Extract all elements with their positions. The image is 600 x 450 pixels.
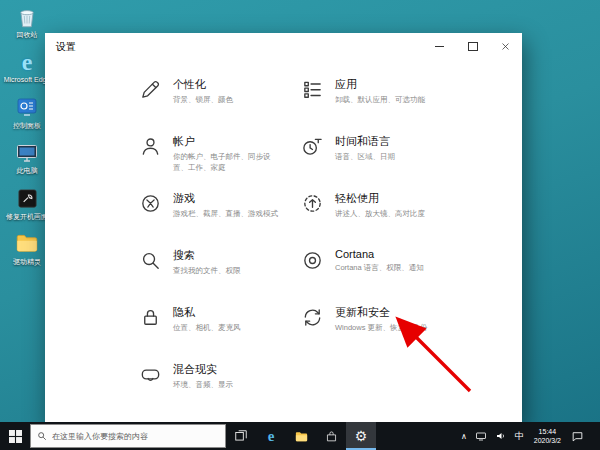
category-title: 应用 xyxy=(335,77,447,92)
task-view-icon xyxy=(234,429,248,443)
window-title: 设置 xyxy=(56,40,76,54)
update-sync-icon xyxy=(301,306,324,329)
this-pc-icon xyxy=(14,139,41,166)
window-controls xyxy=(423,33,522,60)
maximize-button[interactable] xyxy=(456,33,489,60)
task-view-button[interactable] xyxy=(226,422,256,450)
category-subtitle: 游戏栏、截屏、直播、游戏模式 xyxy=(173,209,285,220)
category-title: 搜索 xyxy=(173,248,285,263)
search-icon xyxy=(139,249,162,272)
close-button[interactable] xyxy=(489,33,522,60)
edge-icon: e xyxy=(14,48,41,75)
personalization-pen-icon xyxy=(139,78,162,101)
folder-icon xyxy=(14,230,41,257)
network-icon[interactable] xyxy=(475,422,487,450)
search-placeholder: 在这里输入你要搜索的内容 xyxy=(52,431,148,442)
desktop-icon-label: 控制面板 xyxy=(13,122,41,130)
desktop-icon-label: 此电脑 xyxy=(17,167,38,175)
category-title: 时间和语言 xyxy=(335,134,447,149)
search-icon xyxy=(37,431,47,441)
taskbar-clock[interactable]: 15:44 2020/3/2 xyxy=(532,427,563,445)
taskbar-edge-button[interactable]: e xyxy=(256,422,286,450)
folder-icon xyxy=(294,429,309,444)
category-title: 轻松使用 xyxy=(335,191,447,206)
settings-window: 设置 个性化 背景、锁屏、颜色 应用 卸载、默认应用、可选功 xyxy=(45,33,522,425)
category-subtitle: 查找我的文件、权限 xyxy=(173,266,285,277)
settings-category-gaming[interactable]: 游戏 游戏栏、截屏、直播、游戏模式 xyxy=(139,186,297,243)
close-icon xyxy=(501,42,510,51)
settings-category-ease-of-access[interactable]: 轻松使用 讲述人、放大镜、高对比度 xyxy=(301,186,459,243)
taskbar-search-input[interactable]: 在这里输入你要搜索的内容 xyxy=(30,424,226,448)
settings-category-update-security[interactable]: 更新和安全 Windows 更新、恢复、备份 xyxy=(301,300,459,357)
window-titlebar[interactable]: 设置 xyxy=(45,33,522,60)
category-subtitle: Cortana 语言、权限、通知 xyxy=(335,263,447,274)
edge-icon: e xyxy=(268,429,275,444)
recycle-bin-icon xyxy=(14,3,41,30)
settings-category-cortana[interactable]: Cortana Cortana 语言、权限、通知 xyxy=(301,243,459,300)
windows-logo-icon xyxy=(9,430,22,443)
minimize-icon xyxy=(435,46,444,47)
desktop-icon-label: 修复开机画面 xyxy=(6,213,48,221)
taskbar-store-button[interactable] xyxy=(316,422,346,450)
tray-expand-chevron-icon[interactable]: ∧ xyxy=(461,422,467,450)
category-subtitle: 卸载、默认应用、可选功能 xyxy=(335,95,447,106)
time-language-clock-icon xyxy=(301,135,324,158)
mixed-reality-headset-icon xyxy=(139,363,162,386)
category-title: 个性化 xyxy=(173,77,285,92)
category-subtitle: 位置、相机、麦克风 xyxy=(173,323,285,334)
taskbar-settings-button[interactable]: ⚙ xyxy=(346,422,376,450)
settings-category-mixed-reality[interactable]: 混合现实 环境、音频、显示 xyxy=(139,357,297,414)
desktop-icon-label: 驱动精灵 xyxy=(13,258,41,266)
ime-input-indicator[interactable]: 中 xyxy=(515,422,524,450)
volume-icon[interactable] xyxy=(495,422,507,450)
accounts-person-icon xyxy=(139,135,162,158)
settings-category-personalization[interactable]: 个性化 背景、锁屏、颜色 xyxy=(139,72,297,129)
desktop-icon-label: Microsoft Edge xyxy=(4,76,51,84)
category-title: 混合现实 xyxy=(173,362,285,377)
category-title: 帐户 xyxy=(173,134,285,149)
category-subtitle: 环境、音频、显示 xyxy=(173,380,285,391)
ease-of-access-icon xyxy=(301,192,324,215)
settings-category-privacy[interactable]: 隐私 位置、相机、麦克风 xyxy=(139,300,297,357)
taskbar-file-explorer-button[interactable] xyxy=(286,422,316,450)
repair-tool-icon xyxy=(14,185,41,212)
category-subtitle: 讲述人、放大镜、高对比度 xyxy=(335,209,447,220)
settings-category-apps[interactable]: 应用 卸载、默认应用、可选功能 xyxy=(301,72,459,129)
desktop-icon-label: 回收站 xyxy=(17,31,38,39)
clock-date: 2020/3/2 xyxy=(534,436,561,445)
category-title: 更新和安全 xyxy=(335,305,447,320)
system-tray: ∧ 中 15:44 2020/3/2 xyxy=(461,422,600,450)
category-subtitle: Windows 更新、恢复、备份 xyxy=(335,323,447,334)
settings-category-grid: 个性化 背景、锁屏、颜色 应用 卸载、默认应用、可选功能 帐户 你的帐户、电子邮… xyxy=(45,60,522,425)
category-subtitle: 你的帐户、电子邮件、同步设置、工作、家庭 xyxy=(173,152,285,173)
store-bag-icon xyxy=(325,430,338,443)
settings-category-accounts[interactable]: 帐户 你的帐户、电子邮件、同步设置、工作、家庭 xyxy=(139,129,297,186)
settings-category-search[interactable]: 搜索 查找我的文件、权限 xyxy=(139,243,297,300)
cortana-ring-icon xyxy=(301,249,324,272)
settings-category-time-language[interactable]: 时间和语言 语音、区域、日期 xyxy=(301,129,459,186)
maximize-icon xyxy=(468,42,478,51)
privacy-lock-icon xyxy=(139,306,162,329)
category-title: 隐私 xyxy=(173,305,285,320)
minimize-button[interactable] xyxy=(423,33,456,60)
gear-icon: ⚙ xyxy=(355,429,368,443)
category-title: 游戏 xyxy=(173,191,285,206)
category-subtitle: 语音、区域、日期 xyxy=(335,152,447,163)
category-title: Cortana xyxy=(335,248,447,260)
control-panel-icon xyxy=(14,94,41,121)
category-subtitle: 背景、锁屏、颜色 xyxy=(173,95,285,106)
clock-time: 15:44 xyxy=(539,427,557,436)
start-button[interactable] xyxy=(0,422,30,450)
apps-list-icon xyxy=(301,78,324,101)
taskbar: 在这里输入你要搜索的内容 e ⚙ ∧ 中 15:4 xyxy=(0,422,600,450)
xbox-icon xyxy=(139,192,162,215)
action-center-icon[interactable] xyxy=(571,422,584,450)
